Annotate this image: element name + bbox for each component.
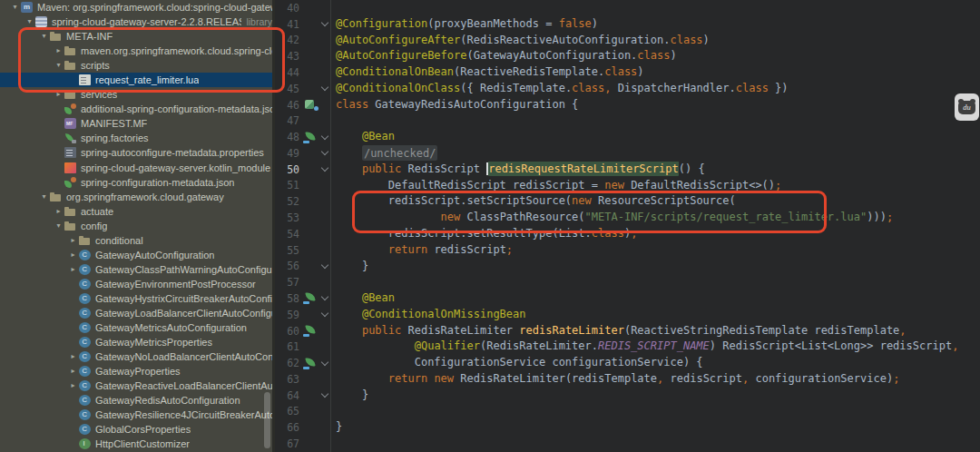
fold-column[interactable] (318, 81, 330, 97)
line-number[interactable]: 63 (275, 373, 301, 386)
chevron-down-icon[interactable]: ▾ (38, 29, 50, 44)
line-number[interactable]: 58 (275, 292, 301, 305)
line-number[interactable]: 52 (275, 195, 301, 208)
tree-item[interactable]: spring.factories (0, 131, 272, 145)
code-line[interactable]: 49 /unchecked/ (275, 145, 980, 162)
line-number[interactable]: 59 (275, 309, 301, 321)
chevron-right-icon[interactable]: ▸ (67, 262, 79, 277)
fold-chevron-icon[interactable] (320, 358, 328, 365)
code-line[interactable]: 42@AutoConfigureAfter(RedisReactiveAutoC… (275, 33, 980, 49)
code-line[interactable]: 48 @Bean (275, 129, 980, 145)
tree-item[interactable]: GatewayEnvironmentPostProcessor (0, 277, 272, 291)
code-line[interactable]: 59 @ConditionalOnMissingBean (275, 307, 980, 323)
fold-column[interactable] (318, 307, 330, 323)
chevron-down-icon[interactable]: ▾ (24, 15, 35, 29)
fold-column[interactable] (318, 290, 330, 307)
tree-item[interactable]: ▸GatewayAutoConfiguration (0, 248, 272, 262)
code-line[interactable]: 67 (275, 436, 980, 452)
tree-item[interactable]: ▸services (0, 87, 272, 102)
line-number[interactable]: 47 (275, 114, 301, 127)
tree-item[interactable]: spring-autoconfigure-metadata.properties (0, 145, 272, 160)
chevron-right-icon[interactable]: ▸ (67, 378, 79, 393)
fold-chevron-icon[interactable] (320, 293, 328, 300)
line-number[interactable]: 57 (275, 276, 301, 289)
chevron-right-icon[interactable]: ▸ (53, 87, 64, 102)
code-line[interactable]: 45@ConditionalOnClass({ RedisTemplate.cl… (275, 81, 980, 97)
tree-scrollbar[interactable] (264, 392, 270, 448)
code-line[interactable]: 51 DefaultRedisScript redisScript = new … (275, 178, 980, 194)
tree-item[interactable]: GatewayResilience4JCircuitBreakerAutoCon… (0, 408, 272, 422)
code-line[interactable]: 65 (275, 404, 980, 420)
tree-item[interactable]: GatewayLoadBalancerClientAutoConfigurati… (0, 306, 272, 320)
line-number[interactable]: 49 (275, 147, 301, 160)
tree-item[interactable]: ▸conditional (0, 233, 272, 248)
tree-item[interactable]: ▾config (0, 219, 272, 233)
line-number[interactable]: 43 (275, 50, 301, 63)
code-line[interactable]: 53 new ClassPathResource("META-INF/scrip… (275, 210, 980, 226)
tree-item[interactable]: request_rate_limiter.lua (0, 73, 272, 87)
line-number[interactable]: 41 (275, 18, 301, 31)
code-line[interactable]: 43@AutoConfigureBefore(GatewayAutoConfig… (275, 48, 980, 64)
line-number[interactable]: 65 (275, 405, 301, 418)
fold-chevron-icon[interactable] (320, 390, 328, 398)
code-line[interactable]: 57 (275, 274, 980, 290)
chevron-right-icon[interactable]: ▸ (67, 233, 79, 248)
line-number[interactable]: 60 (275, 325, 301, 338)
code-line[interactable]: 55 return redisScript; (275, 242, 980, 259)
fold-column[interactable] (318, 129, 330, 145)
tree-item[interactable]: HttpClientCustomizer (0, 437, 272, 451)
spring-bean-icon[interactable] (303, 325, 318, 337)
line-number[interactable]: 48 (275, 131, 301, 143)
line-number[interactable]: 61 (275, 340, 301, 353)
line-number[interactable]: 55 (275, 244, 301, 257)
tree-item[interactable]: GlobalCorsProperties (0, 422, 272, 437)
line-number[interactable]: 44 (275, 66, 301, 79)
code-line[interactable]: 60 public RedisRateLimiter redisRateLimi… (275, 323, 980, 339)
line-number[interactable]: 62 (275, 357, 301, 369)
project-tree[interactable]: ▾Maven: org.springframework.cloud:spring… (0, 0, 272, 451)
chevron-down-icon[interactable]: ▾ (53, 58, 64, 73)
line-number[interactable]: 40 (275, 2, 301, 15)
line-number[interactable]: 54 (275, 228, 301, 241)
code-line[interactable]: 44@ConditionalOnBean(ReactiveRedisTempla… (275, 64, 980, 81)
tree-item[interactable]: ▸GatewayNoLoadBalancerClientAutoConfigur… (0, 349, 272, 364)
line-number[interactable]: 67 (275, 437, 301, 450)
tree-item[interactable]: ▾META-INF (0, 29, 272, 44)
line-number[interactable]: 45 (275, 83, 301, 95)
code-line[interactable]: 40 (275, 0, 980, 16)
tree-item[interactable]: ▸maven.org.springframework.cloud.spring-… (0, 44, 272, 58)
fold-chevron-icon[interactable] (320, 261, 328, 269)
code-line[interactable]: 61 @Qualifier(RedisRateLimiter.REDIS_SCR… (275, 339, 980, 355)
spring-bean-icon[interactable] (303, 132, 318, 143)
spring-bean-icon[interactable] (303, 358, 318, 369)
tree-item[interactable]: ▾org.springframework.cloud.gateway (0, 190, 272, 204)
spring-bean-icon[interactable] (303, 292, 318, 304)
code-line[interactable]: 62 ConfigurationService configurationSer… (275, 355, 980, 371)
tree-item[interactable]: GatewayHystrixCircuitBreakerAutoConfigur… (0, 291, 272, 306)
code-line[interactable]: 58 @Bean (275, 290, 980, 307)
line-number[interactable]: 66 (275, 421, 301, 434)
line-number[interactable]: 64 (275, 389, 301, 402)
code-line[interactable]: 63 return new RedisRateLimiter(redisTemp… (275, 371, 980, 388)
fold-column[interactable] (318, 16, 330, 33)
code-line[interactable]: 56 } (275, 259, 980, 275)
chevron-right-icon[interactable]: ▸ (67, 248, 79, 262)
tree-item[interactable]: ▾Maven: org.springframework.cloud:spring… (0, 0, 272, 15)
tree-item[interactable]: GatewayMetricsProperties (0, 335, 272, 349)
fold-chevron-icon[interactable] (320, 84, 328, 91)
tree-item[interactable]: additional-spring-configuration-metadata… (0, 102, 272, 116)
chevron-right-icon[interactable]: ▸ (67, 349, 79, 364)
line-number[interactable]: 53 (275, 211, 301, 224)
fold-chevron-icon[interactable] (320, 132, 328, 139)
tree-item[interactable]: ▾spring-cloud-gateway-server-2.2.8.RELEA… (0, 15, 272, 29)
tree-item[interactable]: ▸actuate (0, 204, 272, 219)
code-line[interactable]: 47 (275, 113, 980, 129)
fold-chevron-icon[interactable] (320, 164, 328, 172)
tree-item[interactable]: ▾scripts (0, 58, 272, 73)
code-line[interactable]: 41@Configuration(proxyBeanMethods = fals… (275, 16, 980, 33)
fold-column[interactable] (318, 259, 330, 275)
chevron-down-icon[interactable]: ▾ (9, 0, 21, 15)
tree-item[interactable]: spring-cloud-gateway-server.kotlin_modul… (0, 161, 272, 175)
chevron-right-icon[interactable]: ▸ (53, 204, 64, 219)
code-editor[interactable]: 4041@Configuration(proxyBeanMethods = fa… (275, 0, 980, 452)
